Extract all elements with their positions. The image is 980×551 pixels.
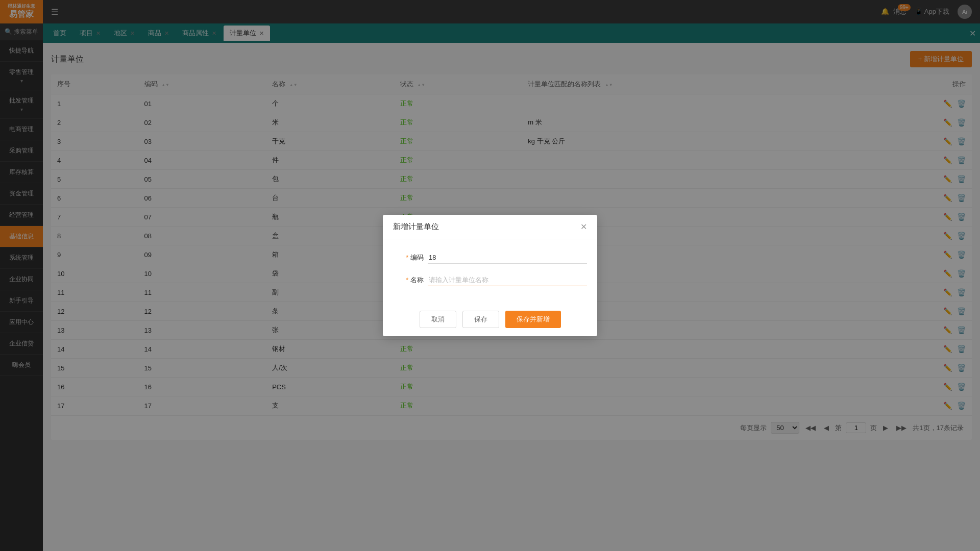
save-button[interactable]: 保存 [462, 311, 499, 328]
save-and-new-button[interactable]: 保存并新增 [505, 311, 561, 328]
name-label: 名称 [393, 276, 424, 285]
modal-header: 新增计量单位 ✕ [383, 215, 597, 239]
modal-footer: 取消 保存 保存并新增 [383, 305, 597, 336]
cancel-button[interactable]: 取消 [420, 311, 456, 328]
form-item-name: 名称 [393, 274, 587, 286]
modal-title: 新增计量单位 [393, 222, 439, 232]
modal-body: 编码 名称 [383, 239, 597, 305]
modal-overlay[interactable]: 新增计量单位 ✕ 编码 名称 取消 保存 保存并新增 [0, 0, 980, 551]
add-measure-unit-modal: 新增计量单位 ✕ 编码 名称 取消 保存 保存并新增 [383, 215, 597, 336]
modal-close-button[interactable]: ✕ [580, 222, 587, 232]
code-label: 编码 [393, 253, 424, 262]
code-input[interactable] [428, 252, 587, 264]
form-item-code: 编码 [393, 252, 587, 264]
name-input[interactable] [428, 274, 587, 286]
